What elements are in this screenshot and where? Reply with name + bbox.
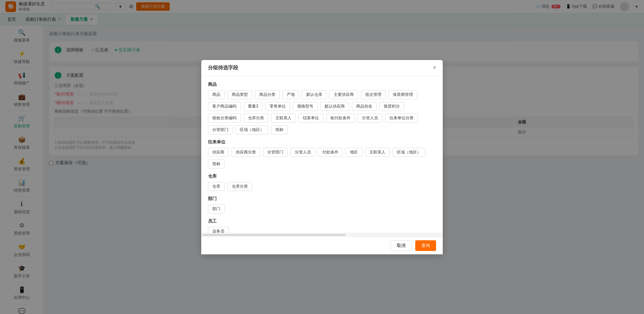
chip-partner-area[interactable]: 地区: [345, 148, 362, 157]
section-title-goods: 商品: [208, 81, 436, 87]
chip-goods-settle-unit[interactable]: 结算单位: [299, 114, 323, 123]
chip-partner-dept[interactable]: 分管部门: [263, 148, 288, 157]
chip-partner-supplier-cat[interactable]: 供应商分类: [231, 148, 260, 157]
field-select-modal: 分组待选字段 × 商品 商品 商品类型 商品分类 产地 默认仓库 主要供应商 批…: [201, 60, 443, 254]
chip-partner-region[interactable]: 区域（地区）: [392, 148, 425, 157]
chip-goods-main-contact[interactable]: 主联系人: [271, 114, 296, 123]
chip-goods-default-supplier[interactable]: 默认供应商: [320, 102, 349, 111]
chip-goods-dept[interactable]: 分管部门: [208, 125, 233, 134]
chip-goods-type[interactable]: 商品类型: [227, 90, 252, 99]
chip-goods-alias[interactable]: 商品别名: [352, 102, 377, 111]
chip-goods-category[interactable]: 商品分类: [255, 90, 280, 99]
chip-goods-batch[interactable]: 批次管理: [361, 90, 386, 99]
field-chips-employee: 业务员: [208, 227, 436, 233]
chip-goods-main-supplier[interactable]: 主要供应商: [329, 90, 358, 99]
chip-goods-origin[interactable]: 产地: [282, 90, 299, 99]
section-title-employee: 员工: [208, 218, 436, 224]
chip-wh-category[interactable]: 仓库分类: [227, 182, 252, 191]
modal-title: 分组待选字段: [208, 65, 238, 71]
field-chips-goods: 商品 商品类型 商品分类 产地 默认仓库 主要供应商 批次管理 保质期管理 客户…: [208, 90, 436, 134]
chip-emp-salesman[interactable]: 业务员: [208, 227, 229, 233]
chip-partner-supplier[interactable]: 供应商: [208, 148, 229, 157]
chip-goods-customer-code[interactable]: 客户商品编码: [208, 102, 241, 111]
chip-goods-default-wh[interactable]: 默认仓库: [302, 90, 327, 99]
confirm-button[interactable]: 查询: [415, 240, 436, 251]
chip-goods-region[interactable]: 区域（地区）: [235, 125, 268, 134]
chip-goods-shelf-life[interactable]: 保质期管理: [388, 90, 417, 99]
chip-partner-abbr[interactable]: 简称: [208, 160, 225, 169]
chip-goods-tax-code[interactable]: 税收分类编码: [208, 114, 241, 123]
section-title-partner: 往来单位: [208, 139, 436, 145]
chip-goods-retail-unit[interactable]: 零售单位: [265, 102, 290, 111]
chip-goods-biz-category[interactable]: 往来单位分类: [385, 114, 418, 123]
chip-goods-manager[interactable]: 分管人员: [358, 114, 382, 123]
chip-partner-manager[interactable]: 分管人员: [290, 148, 315, 157]
chip-goods-weight[interactable]: 重量3: [244, 102, 263, 111]
cancel-button[interactable]: 取消: [390, 240, 412, 251]
modal-overlay: 分组待选字段 × 商品 商品 商品类型 商品分类 产地 默认仓库 主要供应商 批…: [0, 0, 644, 314]
modal-hscrollbar[interactable]: [201, 233, 443, 237]
hscrollbar-thumb[interactable]: [203, 234, 346, 236]
modal-header: 分组待选字段 ×: [201, 60, 443, 76]
chip-wh-wh[interactable]: 仓库: [208, 182, 225, 191]
chip-partner-contact[interactable]: 主联系人: [365, 148, 390, 157]
chip-partner-payment[interactable]: 付款条件: [318, 148, 343, 157]
chip-goods-abbr[interactable]: 简称: [271, 125, 288, 134]
section-title-warehouse: 仓库: [208, 173, 436, 179]
modal-close-button[interactable]: ×: [433, 65, 436, 71]
chip-goods-pick-score[interactable]: 拣货积分: [379, 102, 404, 111]
modal-footer: 取消 查询: [201, 237, 443, 254]
chip-goods-spec[interactable]: 规格型号: [293, 102, 318, 111]
field-chips-partner: 供应商 供应商分类 分管部门 分管人员 付款条件 地区 主联系人 区域（地区） …: [208, 148, 436, 169]
chip-goods-payment-terms[interactable]: 收付款条件: [326, 114, 355, 123]
section-title-dept: 部门: [208, 196, 436, 202]
chip-goods-1[interactable]: 商品: [208, 90, 225, 99]
modal-body: 商品 商品 商品类型 商品分类 产地 默认仓库 主要供应商 批次管理 保质期管理…: [201, 76, 443, 233]
chip-dept-dept[interactable]: 部门: [208, 204, 225, 213]
field-chips-dept: 部门: [208, 204, 436, 213]
field-chips-warehouse: 仓库 仓库分类: [208, 182, 436, 191]
chip-goods-wh-category[interactable]: 仓库分类: [244, 114, 268, 123]
